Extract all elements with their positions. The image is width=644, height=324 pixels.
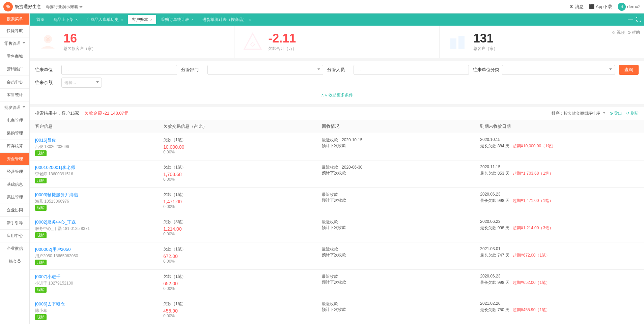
overdue-date-4: 2021.03.01 bbox=[480, 246, 639, 251]
tab-close-customer[interactable]: × bbox=[150, 18, 152, 22]
customer-name-6[interactable]: [0006]去下粮仓 bbox=[35, 301, 163, 307]
layout: 搜索菜单 快捷导航 零售管理 零售商城 营销推广 会员中心 零售统计 批发管理 … bbox=[0, 13, 644, 324]
stat-card-total-customers: 131 总客户（家） ⊙ 视频 ⊘ 帮助 bbox=[440, 26, 644, 58]
sidebar-item-purchase[interactable]: 采购管理 bbox=[0, 127, 29, 140]
collapse-icon: ∧∧ bbox=[321, 93, 329, 97]
user-avatar[interactable]: d demo2 bbox=[618, 3, 641, 11]
sidebar-item-finance[interactable]: 资金管理 bbox=[0, 153, 29, 166]
sidebar-item-enterprise-collab[interactable]: 企业协同 bbox=[0, 204, 29, 217]
tab-close-product[interactable]: × bbox=[76, 18, 78, 22]
sidebar-search[interactable]: 搜索菜单 bbox=[0, 13, 29, 25]
export-btn[interactable]: ⊙ 导出 bbox=[610, 111, 622, 116]
payment-last-5: 最近收款 bbox=[322, 274, 480, 279]
sidebar-item-member-center[interactable]: 会员中心 bbox=[0, 76, 29, 89]
sidebar-item-quick-nav[interactable]: 快捷导航 bbox=[0, 25, 29, 37]
debt-info-5: 欠款（1笔） 652.00 0.00% bbox=[163, 274, 322, 291]
sidebar-item-system[interactable]: 系统管理 bbox=[0, 191, 29, 204]
sidebar-item-basic-info[interactable]: 基础信息 bbox=[0, 178, 29, 191]
sidebar-item-wholesale[interactable]: 批发管理 bbox=[0, 101, 29, 114]
sidebar-item-beginner-guide[interactable]: 新手引导 bbox=[0, 217, 29, 230]
customer-name-4[interactable]: [000002]用户2050 bbox=[35, 246, 163, 253]
customer-name-1[interactable]: [0001020001]李老师 bbox=[35, 165, 163, 171]
overdue-days-6: 最长欠款 750 天 超期¥455.90（1笔） bbox=[480, 307, 639, 313]
customer-info-5: [0007]小进千 小进千 18279152100 现销 bbox=[35, 274, 163, 293]
tab-customer-account[interactable]: 客户账本 × bbox=[128, 15, 156, 24]
customer-name-0[interactable]: [0016]吕俊 bbox=[35, 137, 163, 143]
sidebar-item-ecommerce[interactable]: 电商管理 bbox=[0, 114, 29, 127]
customer-name-5[interactable]: [0007]小进千 bbox=[35, 274, 163, 280]
avatar-icon: d bbox=[618, 3, 626, 11]
col-header-debt: 欠款交易信息（占比） bbox=[163, 123, 322, 129]
overdue-days-1: 最长欠款 853 天 超期¥1,703.68（1笔） bbox=[480, 171, 639, 176]
sidebar-item-marketing[interactable]: 营销推广 bbox=[0, 63, 29, 76]
payment-last-4: 最近收款 bbox=[322, 246, 480, 252]
sidebar-item-retail-mgmt[interactable]: 零售管理 bbox=[0, 37, 29, 50]
sidebar-item-inventory[interactable]: 库存核算 bbox=[0, 140, 29, 153]
tab-close-incoming[interactable]: × bbox=[249, 18, 251, 22]
tab-product-listing[interactable]: 商品上下架 × bbox=[49, 15, 82, 24]
filter-item-balance: 往来余额 选择... bbox=[35, 78, 639, 88]
overdue-link-0[interactable]: 超期¥10,000.00（1笔） bbox=[513, 144, 556, 148]
tab-incoming-stats[interactable]: 进货单统计表（按商品） × bbox=[198, 15, 255, 24]
payment-next-5: 预计下次收款 bbox=[322, 279, 480, 285]
sidebar-item-chang-member[interactable]: 畅会员 bbox=[0, 255, 29, 268]
debt-percent-0: 0.00% bbox=[163, 150, 322, 154]
industry-select[interactable]: 母婴行业演示账套 bbox=[45, 4, 84, 9]
filter-select-category[interactable] bbox=[502, 65, 615, 75]
overdue-link-3[interactable]: 超期¥1,214.00（3笔） bbox=[513, 226, 553, 230]
payment-info-3: 最近收款 预计下次收款 bbox=[322, 219, 480, 231]
customer-phone-2: 海燕 18513066976 bbox=[35, 199, 163, 204]
filter-select-dept[interactable] bbox=[207, 65, 323, 75]
overdue-link-2[interactable]: 超期¥1,471.00（1笔） bbox=[513, 198, 553, 203]
overdue-link-4[interactable]: 超期¥672.00（1笔） bbox=[513, 253, 550, 258]
overdue-link-1[interactable]: 超期¥1,703.68（1笔） bbox=[513, 171, 553, 176]
filter-label-dept: 分管部门 bbox=[181, 67, 205, 73]
payment-info-6: 最近收款 预计下次收款 bbox=[322, 301, 480, 313]
tab-minimize-btn[interactable]: — bbox=[628, 17, 633, 23]
overdue-link-6[interactable]: 超期¥455.90（1笔） bbox=[513, 307, 550, 312]
debt-percent-6: 0.00% bbox=[163, 314, 322, 318]
customer-name-3[interactable]: [0002]服务中心_丁磊 bbox=[35, 219, 163, 225]
stat-card-actions: ⊙ 视频 ⊘ 帮助 bbox=[612, 30, 640, 35]
filter-input-person[interactable]: ··· bbox=[354, 65, 469, 75]
sidebar-item-operation[interactable]: 经营管理 bbox=[0, 166, 29, 178]
sidebar-item-retail-stats[interactable]: 零售统计 bbox=[0, 89, 29, 101]
video-btn[interactable]: ⊙ 视频 bbox=[612, 30, 624, 35]
customer-info-1: [0001020001]李老师 李老师 18600391516 现销 bbox=[35, 165, 163, 183]
tab-close-purchase[interactable]: × bbox=[191, 18, 193, 22]
customer-name-2[interactable]: [0003]畅捷服务尹海燕 bbox=[35, 192, 163, 198]
sort-select[interactable]: 排序：按欠款金额倒序排序 bbox=[552, 111, 606, 116]
filter-item-unit: 往来单位 ··· bbox=[35, 65, 177, 75]
filter-input-unit[interactable]: ··· bbox=[61, 65, 177, 75]
debt-info-1: 欠款（1笔） 1,703.68 0.00% bbox=[163, 165, 322, 182]
sidebar-item-enterprise-wechat[interactable]: 企业微信 bbox=[0, 242, 29, 255]
sidebar-item-app-center[interactable]: 应用中心 bbox=[0, 230, 29, 242]
search-button[interactable]: 查询 bbox=[619, 65, 639, 75]
tab-fullscreen-btn[interactable]: ⛶ bbox=[636, 17, 641, 23]
filter-area: 往来单位 ··· 分管部门 分管人员 ··· bbox=[30, 61, 644, 104]
overdue-info-1: 2020.11.15 最长欠款 853 天 超期¥1,703.68（1笔） bbox=[480, 165, 639, 176]
table-header: 客户信息 欠款交易信息（占比） 回收情况 到期未收款日期 bbox=[30, 120, 644, 133]
overdue-link-5[interactable]: 超期¥652.00（1笔） bbox=[513, 280, 550, 285]
col-header-overdue: 到期未收款日期 bbox=[480, 123, 639, 129]
sidebar-item-retail-mall[interactable]: 零售商城 bbox=[0, 50, 29, 63]
overdue-info-6: 2021.02.26 最长欠款 750 天 超期¥455.90（1笔） bbox=[480, 301, 639, 313]
customer-tag-0: 现销 bbox=[35, 150, 47, 156]
tab-purchase-order-stats[interactable]: 采购订单统计表 × bbox=[157, 15, 197, 24]
result-actions: 排序：按欠款金额倒序排序 ⊙ 导出 ↺ 刷新 bbox=[552, 111, 639, 116]
overdue-date-2: 2020.06.23 bbox=[480, 192, 639, 197]
tab-close-production[interactable]: × bbox=[121, 18, 123, 22]
collapse-filters-btn[interactable]: ∧∧ 收起更多条件 bbox=[35, 90, 639, 100]
filter-select-balance[interactable]: 选择... bbox=[61, 78, 102, 88]
message-btn[interactable]: ✉ 消息 bbox=[570, 4, 584, 10]
tab-production-history[interactable]: 产成品入库单历史 × bbox=[82, 15, 127, 24]
debt-count-6: 欠款（1笔） bbox=[163, 301, 322, 307]
help-btn[interactable]: ⊘ 帮助 bbox=[627, 30, 640, 35]
debt-percent-1: 0.00% bbox=[163, 177, 322, 182]
payment-next-6: 预计下次收款 bbox=[322, 307, 480, 313]
tab-home[interactable]: 首页 bbox=[32, 15, 49, 24]
customer-phone-1: 李老师 18600391516 bbox=[35, 171, 163, 177]
customer-phone-4: 用户2050 18665062050 bbox=[35, 253, 163, 259]
app-download-btn[interactable]: ⬛ App下载 bbox=[589, 4, 612, 10]
refresh-btn[interactable]: ↺ 刷新 bbox=[626, 111, 639, 116]
